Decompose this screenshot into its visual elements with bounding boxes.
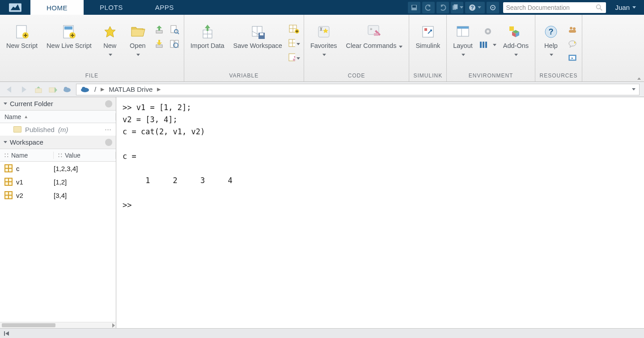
preferences-icon[interactable]: [479, 26, 497, 37]
open-variable-icon[interactable]: [288, 38, 300, 50]
tab-plots[interactable]: PLOTS: [84, 0, 139, 15]
chevron-down-icon: [4, 103, 7, 105]
save-icon[interactable]: [408, 2, 420, 13]
nav-up-icon[interactable]: [33, 84, 44, 95]
section-code: Favorites » Clear Commands CODE: [304, 15, 410, 81]
search-box[interactable]: [503, 2, 606, 13]
statusbar: [0, 328, 644, 338]
target-icon[interactable]: [487, 2, 499, 13]
svg-point-75: [82, 87, 85, 90]
gear-icon[interactable]: [105, 139, 112, 146]
workspace-title[interactable]: Workspace: [0, 136, 116, 149]
save-workspace-button[interactable]: Save Workspace: [231, 19, 285, 51]
undo-icon[interactable]: [422, 2, 435, 13]
variable-icon: [4, 164, 13, 172]
svg-point-8: [492, 7, 494, 8]
folder-icon: [13, 126, 21, 133]
learn-icon[interactable]: [567, 52, 578, 64]
new-script-button[interactable]: New Script: [4, 19, 40, 51]
new-variable-icon[interactable]: [288, 24, 300, 35]
chevron-right-icon: ▶: [157, 86, 161, 92]
svg-rect-14: [24, 35, 27, 36]
nav-back-icon[interactable]: [4, 84, 15, 95]
gear-icon[interactable]: [105, 100, 112, 107]
redo-icon[interactable]: [436, 2, 449, 13]
chevron-down-icon: [297, 57, 300, 60]
favorites-icon: [316, 24, 332, 40]
open-button[interactable]: Open: [126, 19, 150, 59]
section-environment: Layout Add-Ons ENVIRONMENT: [447, 15, 535, 81]
workspace-header[interactable]: ∷ Name ∷ Value: [0, 149, 116, 162]
section-file: New Script New Live Script New Open: [0, 15, 184, 81]
nav-forward-icon[interactable]: [19, 84, 30, 95]
collapse-toolstrip-icon[interactable]: [634, 15, 644, 81]
horizontal-scrollbar[interactable]: [0, 322, 116, 328]
svg-rect-35: [260, 33, 263, 35]
chevron-down-icon: [322, 54, 326, 56]
svg-text:?: ?: [549, 27, 554, 36]
section-label-resources: RESOURCES: [539, 73, 578, 81]
svg-rect-54: [457, 26, 469, 29]
svg-rect-47: [318, 26, 329, 37]
import-data-button[interactable]: Import Data: [188, 19, 227, 51]
command-window[interactable]: >> v1 = [1, 2]; v2 = [3, 4]; c = cat(2, …: [116, 97, 644, 328]
workspace-row[interactable]: v2 [3,4]: [0, 188, 116, 202]
request-support-icon[interactable]: [567, 38, 578, 50]
svg-rect-71: [49, 88, 55, 92]
find-files-icon[interactable]: [169, 24, 180, 35]
simulink-button[interactable]: Simulink: [413, 19, 443, 51]
chevron-down-icon: [297, 43, 300, 45]
nav-browse-icon[interactable]: [47, 84, 58, 95]
user-menu[interactable]: Juan: [612, 4, 644, 11]
command-line: 1 2 3 4: [123, 176, 233, 185]
download-icon[interactable]: [153, 38, 165, 50]
new-plus-icon: [102, 24, 118, 40]
svg-point-64: [570, 27, 572, 30]
current-folder-title[interactable]: Current Folder: [0, 97, 116, 111]
addons-icon: [508, 24, 524, 40]
help-dropdown-icon[interactable]: ?: [465, 2, 485, 13]
matlab-logo-icon: [8, 3, 22, 13]
clear-commands-button[interactable]: » Clear Commands: [343, 19, 406, 51]
tab-apps[interactable]: APPS: [139, 0, 190, 15]
section-resources: ? Help RESOURCES: [535, 15, 582, 81]
svg-point-67: [569, 41, 576, 46]
chevron-down-icon: [136, 54, 140, 56]
nav-cloud-icon[interactable]: [62, 84, 72, 95]
goto-start-icon[interactable]: [4, 330, 10, 337]
breadcrumb-item[interactable]: MATLAB Drive: [109, 86, 153, 93]
tab-home[interactable]: HOME: [30, 0, 84, 15]
parallel-icon[interactable]: [479, 39, 497, 51]
svg-point-57: [487, 30, 489, 33]
compare-icon[interactable]: [169, 38, 180, 50]
new-live-script-icon: [61, 24, 77, 40]
cloud-icon: [80, 86, 90, 93]
breadcrumb[interactable]: / ▶ MATLAB Drive ▶: [76, 84, 640, 95]
folder-item[interactable]: Published (m) ⋯: [0, 123, 116, 136]
command-line: v2 = [3, 4];: [123, 115, 178, 124]
search-input[interactable]: [506, 4, 595, 11]
command-line: c = cat(2, v1, v2): [123, 127, 205, 136]
new-live-script-button[interactable]: New Live Script: [44, 19, 94, 51]
workspace-row[interactable]: c [1,2,3,4]: [0, 162, 116, 175]
svg-rect-19: [71, 35, 74, 36]
community-icon[interactable]: [567, 24, 578, 35]
svg-text:»: »: [370, 26, 373, 31]
current-folder-header[interactable]: Name ▲: [0, 111, 116, 123]
chevron-down-icon[interactable]: [632, 88, 636, 90]
workspace-row[interactable]: v1 [1,2]: [0, 175, 116, 188]
layout-button[interactable]: Layout: [450, 19, 475, 59]
favorites-button[interactable]: Favorites: [308, 19, 340, 59]
svg-line-24: [178, 33, 179, 34]
new-button[interactable]: New: [98, 19, 122, 59]
upload-icon[interactable]: [153, 24, 165, 35]
copy-icon[interactable]: [451, 2, 463, 13]
clear-workspace-icon[interactable]: [288, 52, 300, 64]
svg-rect-70: [35, 89, 42, 93]
addons-button[interactable]: Add-Ons: [500, 19, 531, 59]
help-button[interactable]: ? Help: [539, 19, 563, 59]
search-icon: [595, 4, 603, 12]
new-script-icon: [14, 24, 30, 40]
help-icon: ?: [543, 24, 559, 40]
section-simulink: Simulink SIMULINK: [409, 15, 447, 81]
